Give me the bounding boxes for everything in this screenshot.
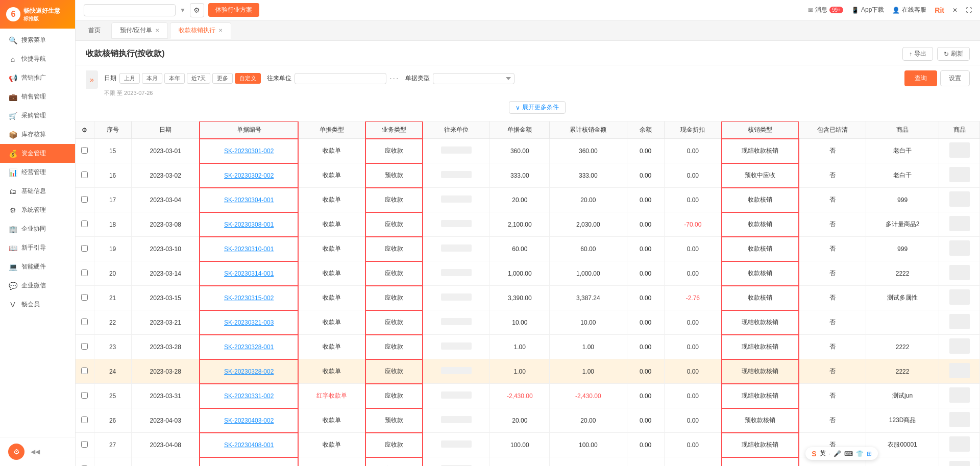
row-checkbox[interactable] <box>81 343 88 350</box>
sidebar-item-quicknav[interactable]: ⌂快捷导航 <box>0 50 75 68</box>
date-btn-custom[interactable]: 自定义 <box>235 73 261 84</box>
sougou-mic[interactable]: 🎤 <box>834 450 841 457</box>
sougou-grid[interactable]: ⊞ <box>867 450 872 457</box>
cell-gear[interactable] <box>76 188 94 212</box>
billno-link[interactable]: SK-20230315-002 <box>224 295 274 302</box>
date-btn-more[interactable]: 更多 <box>212 73 233 84</box>
cell-gear[interactable] <box>76 310 94 335</box>
sidebar-item-operation[interactable]: 📊经营管理 <box>0 163 75 182</box>
settings-btn[interactable]: 设置 <box>940 70 970 86</box>
sidebar-item-member[interactable]: V畅会员 <box>0 295 75 314</box>
cell-gear[interactable] <box>76 408 94 433</box>
filter-expand-arrow[interactable]: » <box>86 70 98 89</box>
date-btn-lastmonth[interactable]: 上月 <box>119 73 140 84</box>
sougou-keyboard[interactable]: ⌨ <box>844 450 853 457</box>
topbar-expand[interactable]: ⛶ <box>966 7 972 14</box>
filter-billtype-select[interactable] <box>433 73 514 84</box>
topbar-settings-btn[interactable]: ⚙ <box>190 3 204 17</box>
cell-gear[interactable] <box>76 163 94 188</box>
date-btn-thisyear[interactable]: 本年 <box>164 73 185 84</box>
cell-gear[interactable] <box>76 457 94 467</box>
cell-gear[interactable] <box>76 237 94 261</box>
cell-gear[interactable] <box>76 359 94 384</box>
cell-gear[interactable] <box>76 384 94 408</box>
cell-biztype: 预收款 <box>365 163 423 188</box>
row-checkbox[interactable] <box>81 245 88 252</box>
row-checkbox[interactable] <box>81 220 88 227</box>
cell-discount: 0.00 <box>664 335 721 359</box>
sidebar-item-sales[interactable]: 💼销售管理 <box>0 87 75 106</box>
topbar-dropdown-icon[interactable]: ▼ <box>180 7 186 14</box>
billno-link[interactable]: SK-20230308-001 <box>224 221 274 228</box>
cell-include: 否 <box>799 359 866 384</box>
tab-prepay-close[interactable]: ✕ <box>155 28 159 33</box>
sidebar-item-hardware[interactable]: 💻智能硬件 <box>0 257 75 276</box>
sidebar-item-marketing[interactable]: 📢营销推广 <box>0 68 75 87</box>
billno-link[interactable]: SK-20230328-002 <box>224 368 274 375</box>
cell-biztype: 应收款 <box>365 188 423 212</box>
sougou-shirt[interactable]: 👕 <box>856 450 864 457</box>
sidebar-item-inventory[interactable]: 📦库存核算 <box>0 125 75 144</box>
query-btn[interactable]: 查询 <box>904 70 937 86</box>
row-checkbox[interactable] <box>81 196 88 203</box>
billno-link[interactable]: SK-20230314-001 <box>224 270 274 277</box>
table-body: 15 2023-03-01 SK-20230301-002 收款单 应收款 36… <box>76 139 980 467</box>
cell-gear[interactable] <box>76 286 94 310</box>
filter-partner-input[interactable] <box>295 73 386 84</box>
billno-link[interactable]: SK-20230403-002 <box>224 417 274 424</box>
tab-cancellation-close[interactable]: ✕ <box>218 28 223 33</box>
tab-cancellation[interactable]: 收款核销执行 ✕ <box>170 22 231 39</box>
cell-gear[interactable] <box>76 433 94 457</box>
row-checkbox[interactable] <box>81 392 88 399</box>
tab-prepay[interactable]: 预付/应付单 ✕ <box>111 22 168 39</box>
row-checkbox[interactable] <box>81 416 88 423</box>
row-checkbox[interactable] <box>81 171 88 178</box>
sidebar-item-wechat[interactable]: 💬企业微信 <box>0 276 75 295</box>
sidebar-item-purchase[interactable]: 🛒采购管理 <box>0 106 75 125</box>
cell-gear[interactable] <box>76 335 94 359</box>
sidebar-item-guide[interactable]: 📖新手引导 <box>0 238 75 257</box>
date-btn-7days[interactable]: 近7天 <box>187 73 210 84</box>
sidebar-item-base[interactable]: 🗂基础信息 <box>0 182 75 201</box>
row-checkbox[interactable] <box>81 441 88 448</box>
billno-link[interactable]: SK-20230302-002 <box>224 172 274 179</box>
table-row: 22 2023-03-21 SK-20230321-003 收款单 应收款 10… <box>76 310 980 335</box>
topbar-plan-btn[interactable]: 体验行业方案 <box>208 3 259 17</box>
billno-link[interactable]: SK-20230301-002 <box>224 148 274 155</box>
cell-gear[interactable] <box>76 212 94 237</box>
topbar-app[interactable]: 📱 App下载 <box>851 6 884 14</box>
row-checkbox[interactable] <box>81 269 88 276</box>
billno-link[interactable]: SK-20230321-003 <box>224 319 274 326</box>
refresh-btn[interactable]: ↻ 刷新 <box>937 47 970 61</box>
cell-gear[interactable] <box>76 139 94 163</box>
date-btn-thismonth[interactable]: 本月 <box>142 73 162 84</box>
row-checkbox[interactable] <box>81 367 88 374</box>
row-checkbox[interactable] <box>81 318 88 325</box>
billno-link[interactable]: SK-20230328-001 <box>224 344 274 351</box>
export-btn[interactable]: ↑ 导出 <box>902 47 933 61</box>
sidebar-settings-btn[interactable]: ⚙ <box>8 444 24 460</box>
row-checkbox[interactable] <box>81 147 88 154</box>
sidebar-item-system[interactable]: ⚙系统管理 <box>0 201 75 219</box>
billno-link[interactable]: SK-20230408-001 <box>224 442 274 449</box>
sidebar-item-finance[interactable]: 💰资金管理 <box>0 144 75 163</box>
filter-partner-dots[interactable]: ··· <box>389 74 399 83</box>
sidebar-item-search[interactable]: 🔍搜索菜单 <box>0 31 75 50</box>
billno-link[interactable]: SK-20230331-002 <box>224 393 274 400</box>
cell-cumcancel: 20.00 <box>550 188 627 212</box>
col-header-gear[interactable]: ⚙ <box>76 121 94 139</box>
billno-link[interactable]: SK-20230304-001 <box>224 197 274 204</box>
topbar-user[interactable]: Rit <box>935 6 944 14</box>
topbar-close[interactable]: ✕ <box>952 7 958 14</box>
cell-include: 否 <box>799 286 866 310</box>
topbar-service[interactable]: 👤 在线客服 <box>892 6 926 14</box>
row-checkbox[interactable] <box>81 294 88 301</box>
cell-gear[interactable] <box>76 261 94 286</box>
billno-link[interactable]: SK-20230310-001 <box>224 246 274 253</box>
topbar-search-input[interactable] <box>84 4 176 16</box>
sidebar-collapse-icon[interactable]: ◀◀ <box>31 448 40 455</box>
sidebar-item-corp[interactable]: 🏢企业协同 <box>0 219 75 238</box>
tab-home[interactable]: 首页 <box>80 22 109 39</box>
expand-more-btn[interactable]: ∨ 展开更多条件 <box>509 101 566 114</box>
topbar-message[interactable]: ✉ 消息 99+ <box>808 6 843 14</box>
